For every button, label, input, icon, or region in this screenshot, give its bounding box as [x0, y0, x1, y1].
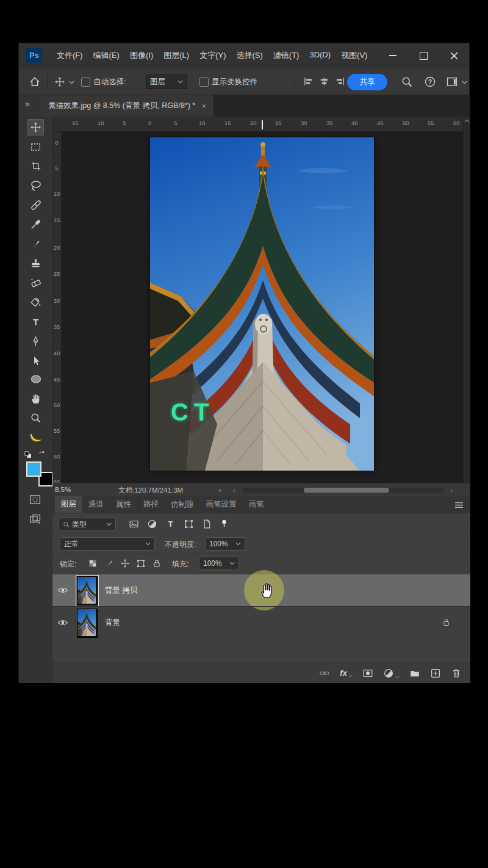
- menu-select[interactable]: 选择(S): [236, 50, 262, 61]
- zoom-tool[interactable]: [27, 410, 44, 426]
- scroll-left-icon[interactable]: ‹: [233, 485, 235, 494]
- layer-thumbnail[interactable]: [77, 576, 98, 606]
- link-layers-icon[interactable]: [319, 668, 330, 679]
- align-right-icon[interactable]: [335, 76, 345, 87]
- vertical-scrollbar[interactable]: [463, 117, 470, 483]
- search-icon[interactable]: [401, 76, 413, 88]
- layer-row-background[interactable]: 背景: [52, 607, 470, 638]
- layer-name[interactable]: 背景 拷贝: [105, 574, 137, 606]
- horizontal-scrollbar-thumb[interactable]: [304, 488, 389, 493]
- marquee-tool[interactable]: [27, 139, 44, 155]
- foreground-color-swatch[interactable]: [26, 461, 41, 477]
- menu-edit[interactable]: 编辑(E): [93, 50, 120, 61]
- adjustment-layer-filter-icon[interactable]: [147, 519, 157, 529]
- auto-select-target-dropdown[interactable]: 图层: [146, 74, 187, 89]
- horizontal-scrollbar[interactable]: [243, 488, 444, 493]
- clone-stamp-tool[interactable]: [27, 255, 44, 272]
- menu-layer[interactable]: 图层(L): [163, 50, 189, 61]
- pixel-layer-filter-icon[interactable]: [129, 519, 139, 529]
- lock-all-icon[interactable]: [152, 559, 162, 568]
- banana-tool[interactable]: [27, 429, 44, 446]
- tab-brush-settings[interactable]: 画笔设置: [200, 496, 243, 513]
- add-layer-mask-icon[interactable]: [362, 668, 373, 679]
- chevron-down-icon[interactable]: [462, 81, 467, 84]
- minimize-button[interactable]: [378, 43, 408, 68]
- home-icon[interactable]: [29, 76, 41, 88]
- horizontal-ruler[interactable]: 15 10 5 0 5 10 15 20 25 30 35 40 45 50 5…: [52, 117, 463, 132]
- workspace-icon[interactable]: [446, 76, 458, 88]
- lock-pixels-icon[interactable]: [104, 559, 114, 568]
- delete-layer-icon[interactable]: [451, 668, 462, 679]
- visibility-eye-icon[interactable]: [57, 617, 68, 628]
- eraser-tool[interactable]: [27, 275, 44, 291]
- eyedropper-tool[interactable]: [27, 216, 44, 233]
- shape-layer-filter-icon[interactable]: [184, 519, 194, 529]
- scroll-up-icon[interactable]: [464, 119, 470, 123]
- close-tab-icon[interactable]: ×: [201, 101, 206, 110]
- move-tool[interactable]: [27, 119, 44, 136]
- move-tool-icon[interactable]: [54, 76, 65, 87]
- show-transform-checkbox[interactable]: [199, 78, 209, 87]
- gradient-tool[interactable]: [27, 294, 44, 311]
- visibility-eye-icon[interactable]: [57, 585, 68, 596]
- lock-artboard-icon[interactable]: [136, 559, 146, 568]
- menu-3d[interactable]: 3D(D): [309, 50, 331, 61]
- blend-mode-dropdown[interactable]: 正常: [60, 537, 155, 551]
- swap-colors-icon[interactable]: [37, 450, 46, 459]
- scroll-right-icon[interactable]: ›: [450, 485, 453, 494]
- pen-tool[interactable]: [27, 333, 44, 350]
- canvas-image[interactable]: CT: [150, 137, 374, 471]
- vertical-ruler[interactable]: 0 5 10 15 20 25 30 35 40 45 50 55 60 65: [52, 132, 62, 483]
- document-tab[interactable]: 素描效果.jpg @ 8.5% (背景 拷贝, RGB/8*) * ×: [41, 95, 214, 117]
- tab-brushes[interactable]: 画笔: [243, 496, 270, 513]
- spot-healing-brush-tool[interactable]: [27, 197, 44, 213]
- align-left-icon[interactable]: [303, 76, 314, 87]
- tab-layers[interactable]: 图层: [55, 496, 82, 513]
- share-button[interactable]: 共享: [347, 74, 387, 90]
- quick-mask-button[interactable]: [29, 493, 41, 506]
- auto-select-checkbox[interactable]: [81, 78, 90, 87]
- opacity-input[interactable]: 100%: [205, 537, 245, 551]
- tab-properties[interactable]: 属性: [110, 496, 137, 513]
- panel-menu-icon[interactable]: [454, 500, 464, 510]
- crop-tool[interactable]: [27, 157, 44, 174]
- shape-tool[interactable]: [27, 371, 44, 387]
- canvas-pasteboard[interactable]: CT: [62, 132, 463, 483]
- brush-tool[interactable]: [27, 236, 44, 252]
- menu-file[interactable]: 文件(F): [57, 50, 83, 61]
- chevron-down-icon[interactable]: [69, 81, 74, 84]
- menu-filter[interactable]: 滤镜(T): [273, 50, 300, 61]
- lasso-tool[interactable]: [27, 177, 44, 193]
- collapse-toolbar-button[interactable]: »: [25, 99, 30, 109]
- menu-image[interactable]: 图像(I): [130, 50, 153, 61]
- lock-transparency-icon[interactable]: [88, 559, 98, 568]
- zoom-level[interactable]: 8.5%: [55, 486, 71, 493]
- new-group-icon[interactable]: [409, 668, 420, 679]
- layer-name[interactable]: 背景: [105, 607, 120, 638]
- path-selection-tool[interactable]: [27, 353, 44, 369]
- menu-view[interactable]: 视图(V): [341, 50, 367, 61]
- document-info[interactable]: 文档:120.7M/241.3M: [118, 486, 183, 495]
- status-expand-icon[interactable]: ›: [218, 485, 221, 494]
- lock-position-icon[interactable]: [120, 559, 130, 568]
- tab-paths[interactable]: 路径: [137, 496, 165, 513]
- layer-filter-dropdown[interactable]: 类型: [59, 518, 116, 531]
- smart-object-filter-icon[interactable]: [202, 519, 212, 529]
- tab-clone-source[interactable]: 仿制源: [165, 496, 200, 513]
- type-layer-filter-icon[interactable]: [165, 519, 176, 529]
- layer-row-background-copy[interactable]: 背景 拷贝: [52, 574, 470, 606]
- menu-type[interactable]: 文字(Y): [199, 50, 226, 61]
- maximize-button[interactable]: [408, 43, 439, 68]
- hand-tool[interactable]: [27, 390, 44, 407]
- tab-channels[interactable]: 通道: [82, 496, 110, 513]
- layer-style-button[interactable]: fx: [340, 668, 353, 678]
- align-center-icon[interactable]: [319, 76, 329, 87]
- close-button[interactable]: [439, 43, 469, 68]
- screen-mode-button[interactable]: [29, 513, 41, 526]
- new-layer-icon[interactable]: [430, 668, 441, 679]
- layer-thumbnail[interactable]: [77, 609, 98, 638]
- filter-toggle-icon[interactable]: [219, 518, 229, 529]
- type-tool[interactable]: [27, 314, 44, 330]
- fill-input[interactable]: 100%: [199, 557, 239, 570]
- new-adjustment-layer-button[interactable]: [383, 668, 400, 679]
